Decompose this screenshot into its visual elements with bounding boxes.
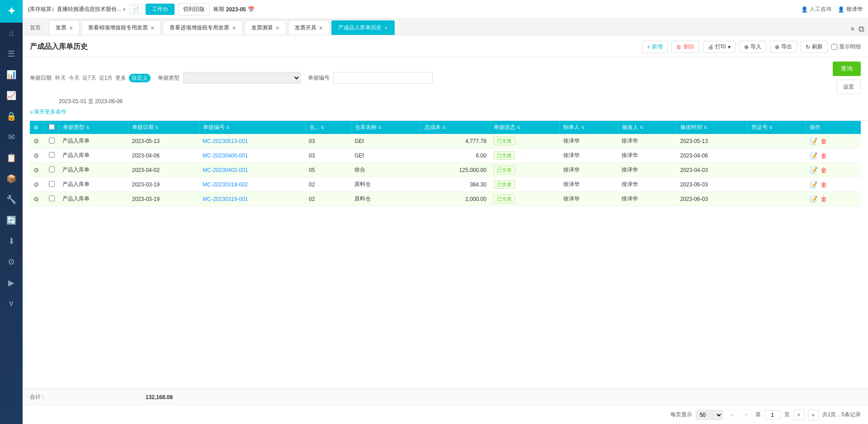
sidebar-item-message[interactable]: ✉ <box>0 127 23 148</box>
th-settings[interactable]: ⚙ <box>30 121 44 134</box>
next-page-button[interactable]: > <box>793 410 804 420</box>
sidebar-item-report[interactable]: 📊 <box>0 64 23 85</box>
row-delete-icon[interactable]: 🗑 <box>821 181 827 188</box>
query-button[interactable]: 查询 <box>833 62 861 76</box>
sidebar-item-home[interactable]: ⌂ <box>0 23 23 43</box>
row-delete-icon[interactable]: 🗑 <box>821 195 827 203</box>
tab-product-inbound-history[interactable]: 产成品入库单历史 × <box>331 20 395 35</box>
user-menu[interactable]: 👤 徐泽华 <box>838 5 863 13</box>
th-date[interactable]: 单据日期 ⇅ <box>128 121 199 134</box>
delete-button[interactable]: 🗑 删除 <box>671 41 699 53</box>
refresh-button[interactable]: ↻ 刷新 <box>801 41 828 53</box>
tab-restore-icon[interactable]: ⧉ <box>859 24 864 34</box>
sidebar-item-version[interactable]: V <box>0 293 23 314</box>
date-more[interactable]: 更多 <box>115 74 126 82</box>
row-checkbox-cell[interactable] <box>44 192 59 206</box>
row-number-link[interactable]: MC-20230406-001 <box>203 152 248 159</box>
sidebar-item-inventory[interactable]: 📦 <box>0 168 23 189</box>
row-number-link[interactable]: MC-20230402-001 <box>203 167 248 173</box>
export-button[interactable]: ⊕ 导出 <box>770 41 797 53</box>
tab-purchase-vat[interactable]: 查看进项增值税专用发票 × <box>163 20 242 35</box>
row-checkbox[interactable] <box>49 138 55 143</box>
row-checkbox[interactable] <box>49 195 55 201</box>
service-button[interactable]: 👤 人工咨询 <box>801 5 831 13</box>
th-creator[interactable]: 制单人 ⇅ <box>560 121 618 134</box>
row-number[interactable]: MC-20230406-001 <box>199 148 305 163</box>
sidebar-item-download[interactable]: ⬇ <box>0 231 23 252</box>
type-filter-select[interactable] <box>183 72 301 84</box>
row-edit-icon[interactable]: 📝 <box>810 181 817 188</box>
tab-product-inbound-history-close-icon[interactable]: × <box>384 24 388 32</box>
th-warehouse-name[interactable]: 仓库名称 ⇅ <box>351 121 420 134</box>
new-button[interactable]: + 新增 <box>642 41 668 53</box>
expand-filter-button[interactable]: ≡ 展开更多条件 <box>30 108 861 116</box>
tab-home[interactable]: 首页 <box>24 20 47 35</box>
switch-version-button[interactable]: 切到旧版 <box>178 3 210 15</box>
th-modify-time[interactable]: 修改时间 ⇅ <box>677 121 748 134</box>
th-number[interactable]: 单据编号 ⇅ <box>199 121 305 134</box>
sidebar-item-analysis[interactable]: 📈 <box>0 85 23 106</box>
page-number-input[interactable] <box>764 410 781 419</box>
row-delete-icon[interactable]: 🗑 <box>821 152 827 159</box>
tab-calc-close-icon[interactable]: × <box>276 24 279 32</box>
row-number[interactable]: MC-20230319-001 <box>199 192 305 206</box>
th-modifier[interactable]: 修改人 ⇅ <box>618 121 676 134</box>
row-number[interactable]: MC-20230319-002 <box>199 177 305 192</box>
row-number-link[interactable]: MC-20230319-001 <box>203 196 248 202</box>
th-warehouse-code[interactable]: 仓... ⇅ <box>305 121 351 134</box>
row-delete-icon[interactable]: 🗑 <box>821 138 827 145</box>
sidebar-item-settings[interactable]: ⚙ <box>0 252 23 272</box>
date-custom[interactable]: 自定义 <box>129 74 151 82</box>
sidebar-item-auth[interactable]: 🔒 <box>0 106 23 127</box>
tab-invoice-close-icon[interactable]: × <box>69 24 73 32</box>
row-edit-icon[interactable]: 📝 <box>810 167 817 174</box>
tab-sales-vat[interactable]: 查看销项增值税专用发票 × <box>81 20 161 35</box>
tab-sales-vat-close-icon[interactable]: × <box>151 24 154 32</box>
number-filter-input[interactable] <box>333 72 433 84</box>
doc-button[interactable]: 📄 <box>129 4 142 15</box>
row-settings-icon[interactable]: ⚙ <box>30 192 44 206</box>
period-calendar-icon[interactable]: 📅 <box>248 6 255 13</box>
row-checkbox-cell[interactable] <box>44 177 59 192</box>
th-status[interactable]: 单据状态 ⇅ <box>490 121 560 134</box>
row-number[interactable]: MC-20230513-001 <box>199 134 305 148</box>
sidebar-item-tools[interactable]: 🔧 <box>0 189 23 210</box>
workbench-button[interactable]: 工作台 <box>146 4 175 15</box>
row-number-link[interactable]: MC-20230513-001 <box>203 138 248 144</box>
tab-close-all-icon[interactable]: × <box>850 24 855 34</box>
tab-invoice[interactable]: 发票 × <box>49 20 80 35</box>
row-settings-icon[interactable]: ⚙ <box>30 134 44 148</box>
show-detail-checkbox-label[interactable]: 显示明细 <box>831 43 861 51</box>
tab-invoice-open[interactable]: 发票开具 × <box>288 20 330 35</box>
tab-calc[interactable]: 发票测算 × <box>245 20 286 35</box>
print-button[interactable]: 🖨 打印 ▾ <box>703 41 736 53</box>
th-voucher[interactable]: 凭证号 ⇅ <box>747 121 806 134</box>
row-checkbox[interactable] <box>49 181 55 187</box>
row-edit-icon[interactable]: 📝 <box>810 152 817 159</box>
company-selector[interactable]: (库存核算）直播轻挑通信息技术股份... ▾ <box>28 5 126 13</box>
th-total-cost[interactable]: 总成本 ⇅ <box>420 121 490 134</box>
row-checkbox-cell[interactable] <box>44 163 59 177</box>
tab-purchase-vat-close-icon[interactable]: × <box>232 24 236 32</box>
date-7days[interactable]: 近7天 <box>82 74 96 82</box>
select-all-checkbox[interactable] <box>49 124 55 130</box>
row-settings-icon[interactable]: ⚙ <box>30 177 44 192</box>
row-checkbox-cell[interactable] <box>44 134 59 148</box>
row-number-link[interactable]: MC-20230319-002 <box>203 181 248 188</box>
per-page-select[interactable]: 10 20 50 100 <box>696 410 723 420</box>
row-edit-icon[interactable]: 📝 <box>810 138 817 145</box>
row-settings-icon[interactable]: ⚙ <box>30 163 44 177</box>
row-settings-icon[interactable]: ⚙ <box>30 148 44 163</box>
date-yesterday[interactable]: 昨天 <box>55 74 66 82</box>
first-page-button[interactable]: « <box>726 410 737 420</box>
row-delete-icon[interactable]: 🗑 <box>821 167 827 174</box>
row-checkbox[interactable] <box>49 152 55 158</box>
import-button[interactable]: ⊕ 导入 <box>739 41 766 53</box>
date-1month[interactable]: 近1月 <box>99 74 113 82</box>
tab-invoice-open-close-icon[interactable]: × <box>319 24 323 32</box>
show-detail-checkbox[interactable] <box>831 44 837 50</box>
th-type[interactable]: 单据类型 ⇅ <box>59 121 128 134</box>
sidebar-item-docs[interactable]: 📋 <box>0 148 23 168</box>
last-page-button[interactable]: » <box>808 410 819 420</box>
sidebar-item-play[interactable]: ▶ <box>0 272 23 293</box>
